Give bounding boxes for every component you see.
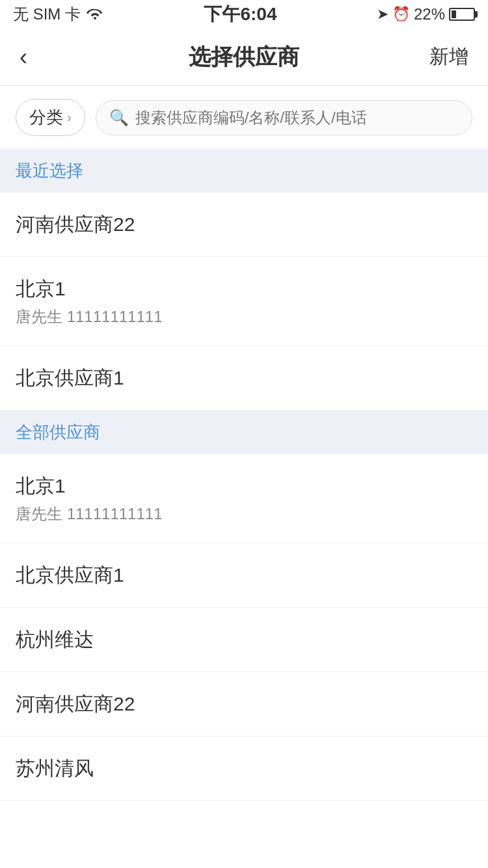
status-left: 无 SIM 卡 [13,4,104,25]
item-name: 北京供应商1 [16,562,472,589]
battery-icon [449,8,475,21]
item-name: 北京1 [16,275,472,303]
item-name: 北京供应商1 [16,364,472,392]
wifi-icon [86,5,104,23]
search-icon: 🔍 [109,109,129,127]
status-right: ➤ ⏰ 22% [377,5,475,23]
alarm-icon: ⏰ [392,6,410,23]
list-item[interactable]: 北京1唐先生 11111111111 [0,257,488,346]
category-label: 分类 [29,106,63,129]
nav-bar: ‹ 选择供应商 新增 [0,29,488,86]
item-name: 河南供应商22 [16,690,472,718]
filter-bar: 分类 › 🔍 [0,86,488,149]
all-section-header: 全部供应商 [0,411,488,454]
search-input[interactable] [135,109,459,127]
search-box[interactable]: 🔍 [96,100,472,135]
location-icon: ➤ [377,6,388,23]
list-item[interactable]: 苏州清风 [0,737,488,801]
item-sub: 唐先生 11111111111 [16,504,472,524]
status-time: 下午6:04 [204,2,277,27]
back-button[interactable]: ‹ [20,44,72,71]
recent-section-label: 最近选择 [16,161,83,180]
item-name: 苏州清风 [16,755,472,782]
category-button[interactable]: 分类 › [16,99,85,136]
battery-percent: 22% [414,5,445,23]
chevron-right-icon: › [67,110,72,125]
sim-status: 无 SIM 卡 [13,4,81,25]
page-title: 选择供应商 [72,42,416,72]
all-section-label: 全部供应商 [16,422,100,442]
item-name: 河南供应商22 [16,211,472,238]
recent-section-header: 最近选择 [0,149,488,193]
add-button[interactable]: 新增 [416,44,468,70]
all-list: 北京1唐先生 11111111111北京供应商1杭州维达河南供应商22苏州清风 [0,454,488,801]
list-item[interactable]: 北京1唐先生 11111111111 [0,454,488,543]
list-item[interactable]: 河南供应商22 [0,193,488,257]
item-name: 北京1 [16,472,472,500]
list-item[interactable]: 河南供应商22 [0,672,488,737]
item-name: 杭州维达 [16,626,472,653]
status-bar: 无 SIM 卡 下午6:04 ➤ ⏰ 22% [0,0,488,29]
recent-list: 河南供应商22北京1唐先生 11111111111北京供应商1 [0,193,488,411]
list-item[interactable]: 北京供应商1 [0,543,488,608]
list-item[interactable]: 北京供应商1 [0,346,488,411]
list-item[interactable]: 杭州维达 [0,608,488,672]
item-sub: 唐先生 11111111111 [16,306,472,327]
